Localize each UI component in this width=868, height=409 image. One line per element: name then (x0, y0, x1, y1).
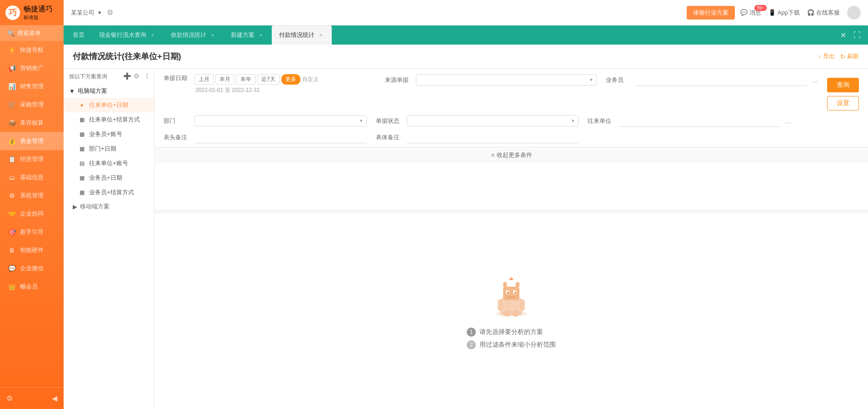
sidebar-item-inventory[interactable]: 📦 库存核算 (0, 114, 64, 132)
source-select[interactable]: ▾ (416, 74, 597, 86)
query-btn[interactable]: 查询 (827, 78, 859, 92)
date-cur-month-btn[interactable]: 本月 (215, 74, 234, 85)
counterpart-input[interactable] (619, 115, 781, 127)
date-more-btn[interactable]: 更多 (281, 74, 300, 85)
sidebar-nav: ⚡ 快捷导航 📢 营销推广 📊 销售管理 🛒 采购管理 📦 库存核算 💰 资金管… (0, 41, 64, 387)
doc-status-select[interactable]: ▾ (407, 115, 579, 126)
page-content: 付款情况统计(往来单位+日期) ↑ 导出 ↻ 刷新 按以下方案查询 ➕ (64, 45, 868, 409)
scheme-item-dept-date[interactable]: ▦ 部门+日期 (64, 141, 154, 156)
counterpart-ellipsis-btn[interactable]: … (784, 117, 791, 125)
sidebar-item-quick-nav[interactable]: ⚡ 快捷导航 (0, 41, 64, 59)
scheme-item-label: 业务员+结算方式 (89, 188, 134, 197)
message-badge: 99+ (754, 5, 767, 11)
scheme-item-salesperson-settle[interactable]: ▦ 业务员+结算方式 (64, 185, 154, 200)
operations-icon: 📋 (7, 155, 16, 164)
scheme-category-desktop[interactable]: ▼ 电脑端方案 (64, 84, 154, 98)
company-selector[interactable]: 某某公司 ▾ (71, 9, 101, 17)
empty-tip-1-text: 请先选择要分析的方案 (479, 328, 543, 336)
marketing-icon: 📢 (7, 64, 16, 73)
settings-scheme-icon[interactable]: ⚙ (134, 72, 140, 81)
scheme-panel-header: 按以下方案查询 ➕ ⚙ 《 (64, 69, 154, 84)
logo-main-text: 畅捷通巧 (24, 5, 53, 14)
sidebar-item-sales[interactable]: 📊 销售管理 (0, 77, 64, 96)
tab-receipt-stats-close[interactable]: × (209, 31, 216, 39)
sidebar-item-label: 库存核算 (20, 119, 44, 127)
empty-tip-1: 1 请先选择要分析的方案 (467, 328, 556, 337)
page-actions: ↑ 导出 ↻ 刷新 (818, 52, 859, 61)
dept-arrow-icon: ▾ (360, 118, 363, 124)
sidebar-item-operations[interactable]: 📋 经营管理 (0, 150, 64, 168)
tab-home[interactable]: 首页 (65, 25, 92, 45)
settings-icon[interactable]: ⚙ (5, 392, 15, 404)
company-name: 某某公司 (71, 9, 95, 17)
tip-num-2: 2 (467, 340, 476, 349)
sidebar-item-basic[interactable]: 🗂 基础信息 (0, 168, 64, 187)
dept-filter-label: 部门 (164, 117, 191, 125)
sidebar-item-label: 资金管理 (20, 137, 44, 145)
export-btn[interactable]: ↑ 导出 (818, 52, 835, 61)
maximize-icon[interactable]: ⛶ (852, 29, 863, 41)
sidebar-item-purchase[interactable]: 🛒 采购管理 (0, 96, 64, 114)
body-note-input[interactable] (407, 131, 579, 143)
sidebar-item-hardware[interactable]: 🖥 智能硬件 (0, 241, 64, 259)
mobile-category-label: 移动端方案 (80, 202, 110, 211)
salesperson-input[interactable] (637, 74, 808, 86)
date-cur-year-btn[interactable]: 本年 (236, 74, 255, 85)
salesperson-ellipsis-btn[interactable]: … (812, 76, 818, 84)
sidebar-item-wechat[interactable]: 💬 企业微信 (0, 259, 64, 278)
collapse-sidebar-icon[interactable]: ◀ (50, 392, 59, 404)
sidebar-item-label: 畅会员 (20, 283, 38, 291)
refresh-btn[interactable]: ↻ 刷新 (840, 52, 859, 61)
collapse-scheme-icon[interactable]: 《 (142, 72, 149, 81)
date-7days-btn[interactable]: 近7天 (257, 74, 279, 85)
sidebar-item-label: 智能硬件 (20, 246, 44, 254)
message-btn[interactable]: 💬 消息 99+ (740, 9, 761, 17)
sidebar-item-guide[interactable]: 🎯 新手引导 (0, 223, 64, 241)
body-note-label: 表体备注 (376, 133, 403, 141)
sidebar-item-enterprise[interactable]: 🤝 企业协同 (0, 205, 64, 223)
fund-icon: 💰 (7, 136, 16, 146)
user-avatar[interactable] (847, 6, 861, 20)
collapse-more-conditions-btn[interactable]: ∧ 收起更多条件 (155, 147, 868, 163)
close-tab-icon[interactable]: ✕ (838, 29, 848, 41)
header-note-input[interactable] (195, 131, 367, 143)
sidebar-item-system[interactable]: ⚙ 系统管理 (0, 187, 64, 205)
sidebar-item-marketing[interactable]: 📢 营销推广 (0, 59, 64, 77)
dept-select[interactable]: ▾ (195, 115, 367, 126)
sidebar-item-label: 采购管理 (20, 101, 44, 109)
app-label: App下载 (778, 9, 800, 17)
guide-icon: 🎯 (7, 227, 16, 237)
tab-new-scheme-close[interactable]: × (257, 31, 264, 39)
tab-new-scheme[interactable]: 新建方案 × (224, 25, 272, 45)
online-service-btn[interactable]: 🎧 在线客服 (807, 9, 840, 17)
scheme-item-salesperson-date[interactable]: ▦ 业务员+日期 (64, 171, 154, 185)
settings-config-icon[interactable]: ⚙ (107, 8, 113, 17)
active-scheme-icon: ● (78, 101, 85, 109)
page-title: 付款情况统计(往来单位+日期) (73, 51, 181, 62)
sidebar-item-fund[interactable]: 💰 资金管理 (0, 132, 64, 150)
scheme-item-counterpart-date[interactable]: ● 往来单位+日期 (64, 98, 154, 112)
scheme-item-counterpart-account[interactable]: ▤ 往来单位+账号 (64, 156, 154, 171)
tab-cash-flow[interactable]: 现金银行流水查询 × (92, 25, 164, 45)
tab-payment-stats-close[interactable]: × (317, 31, 324, 39)
add-scheme-icon[interactable]: ➕ (123, 72, 131, 81)
scheme-item-label: 往来单位+账号 (89, 159, 128, 167)
tab-payment-stats[interactable]: 付款情况统计 × (272, 25, 332, 45)
tab-cash-flow-label: 现金银行流水查询 (99, 31, 146, 39)
scheme-category-mobile[interactable]: ▶ 移动端方案 (64, 200, 154, 213)
date-prev-month-btn[interactable]: 上月 (195, 74, 214, 85)
scheme-item-counterpart-settle[interactable]: ▦ 往来单位+结算方式 (64, 112, 154, 127)
search-menu[interactable]: 🔍 搜索菜单 (0, 25, 64, 41)
sidebar-item-member[interactable]: 👑 畅会员 (0, 278, 64, 296)
scheme-item-salesperson-account[interactable]: ▦ 业务员+账号 (64, 127, 154, 141)
collapse-arrow-icon: ∧ (490, 151, 497, 158)
tab-cash-flow-close[interactable]: × (149, 31, 156, 39)
category-arrow-right: ▶ (73, 203, 77, 210)
doc-status-arrow-icon: ▾ (572, 118, 574, 124)
tab-receipt-stats[interactable]: 收款情况统计 × (164, 25, 224, 45)
set-btn[interactable]: 设置 (827, 96, 859, 111)
trial-btn[interactable]: 体验行业方案 (687, 6, 735, 20)
sales-icon: 📊 (7, 82, 16, 91)
app-download-btn[interactable]: 📱 App下载 (768, 9, 800, 17)
filter-actions: 查询 设置 (827, 74, 859, 111)
